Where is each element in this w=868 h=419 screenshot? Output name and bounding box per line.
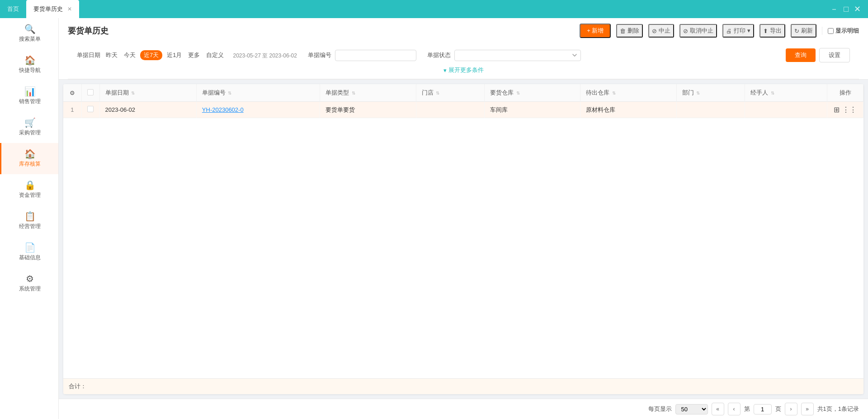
date-today[interactable]: 今天 [122,50,137,60]
delete-icon: 🗑 [620,28,626,34]
filter-status-group: 单据状态 [427,50,581,61]
cancel-stop-button[interactable]: ⊘ 取消中止 [679,24,717,38]
row-store [416,102,484,118]
docno-input[interactable] [335,50,416,61]
sort-doc-no-icon[interactable]: ⇅ [228,90,231,95]
print-button[interactable]: 🖨 打印 ▾ [722,24,754,38]
sidebar-item-system[interactable]: ⚙ 系统管理 [0,268,58,299]
sort-store-icon[interactable]: ⇅ [436,90,439,95]
per-page-select[interactable]: 20 50 100 200 [675,404,708,414]
sidebar-item-basic-info[interactable]: 📄 基础信息 [0,237,58,268]
row-action: ⊞ ⋮⋮ [827,102,863,118]
next-page-btn[interactable]: › [785,403,797,415]
sidebar-item-inventory-label: 库存核算 [19,160,41,168]
date-range-text: 2023-05-27 至 2023-06-02 [233,52,297,60]
display-detail-toggle[interactable]: 显示明细 [828,27,859,35]
sort-req-wh-icon[interactable]: ⇅ [516,90,520,95]
row-req-warehouse: 车间库 [485,102,580,118]
sidebar-item-system-label: 系统管理 [19,285,41,293]
sidebar-item-sales[interactable]: 📊 销售管理 [0,81,58,112]
table-head: ⚙ 单据日期 ⇅ 单据编号 ⇅ [63,84,863,102]
toolbar: + 新增 🗑 删除 ⊘ 中止 ⊘ 取消中止 🖨 打 [580,24,859,38]
settings-button[interactable]: 设置 [819,48,850,62]
sidebar-item-search-menu[interactable]: 🔍 搜索菜单 [0,18,58,49]
tab-requisition-label: 要货单历史 [33,5,63,13]
tab-close-icon[interactable]: ✕ [67,6,72,12]
settings-gear-icon[interactable]: ⚙ [70,90,75,96]
sidebar-item-finance[interactable]: 🔒 资金管理 [0,174,58,205]
table-row: 1 2023-06-02 YH-20230602-0 要货单要货 车间库 原材料… [63,102,863,118]
status-select[interactable] [454,50,581,61]
tab-requisition-history[interactable]: 要货单历史 ✕ [26,0,79,18]
date-shortcuts: 昨天 今天 近7天 近1月 更多 自定义 [104,50,226,60]
row-checkbox-cell [81,102,99,118]
col-department: 部门 ⇅ [676,84,745,102]
expand-more-label: 展开更多条件 [448,66,484,74]
sort-pending-wh-icon[interactable]: ⇅ [612,90,616,95]
col-pending-warehouse: 待出仓库 ⇅ [580,84,676,102]
refresh-label: 刷新 [801,27,813,35]
tab-bar: 首页 要货单历史 ✕ [0,0,823,18]
stop-button[interactable]: ⊘ 中止 [648,24,674,38]
select-all-checkbox[interactable] [87,89,94,95]
sidebar-item-quick-nav[interactable]: 🏠 快捷导航 [0,49,58,81]
doc-no-link[interactable]: YH-20230602-0 [202,106,244,113]
expand-chevron-icon: ▾ [443,67,447,74]
page-input[interactable] [754,404,772,414]
prev-page-btn[interactable]: ‹ [728,403,741,415]
date-filter-label: 单据日期 [77,51,100,59]
row-checkbox[interactable] [87,106,94,112]
sidebar: 🔍 搜索菜单 🏠 快捷导航 📊 销售管理 🛒 采购管理 🏠 库存核算 🔒 资金管… [0,18,59,419]
row-doc-no: YH-20230602-0 [196,102,320,118]
first-page-btn[interactable]: « [712,403,724,415]
tab-home[interactable]: 首页 [0,0,26,18]
sort-dept-icon[interactable]: ⇅ [696,90,700,95]
expand-more[interactable]: ▾ 展开更多条件 [77,66,850,74]
date-last7[interactable]: 近7天 [140,50,162,60]
table-container: ⚙ 单据日期 ⇅ 单据编号 ⇅ [63,84,863,394]
print-label: 打印 ▾ [734,27,750,35]
date-more[interactable]: 更多 [186,50,202,60]
stop-label: 中止 [659,27,670,35]
minimize-icon[interactable]: － [830,4,838,14]
close-icon[interactable]: ✕ [854,4,861,14]
date-yesterday[interactable]: 昨天 [104,50,119,60]
system-icon: ⚙ [26,274,34,283]
stop-icon: ⊘ [652,28,657,34]
inventory-icon: 🏠 [24,149,36,158]
main-layout: 🔍 搜索菜单 🏠 快捷导航 📊 销售管理 🛒 采购管理 🏠 库存核算 🔒 资金管… [0,18,868,419]
operations-icon: 📋 [24,212,36,221]
status-label: 单据状态 [427,51,451,59]
toolbar-divider [822,27,822,35]
row-action-more-icon[interactable]: ⋮⋮ [842,105,857,114]
display-detail-label: 显示明细 [835,27,859,35]
last-page-btn[interactable]: » [801,403,814,415]
content-area: 要货单历史 + 新增 🗑 删除 ⊘ 中止 ⊘ 取消中止 [59,18,868,419]
sidebar-item-inventory[interactable]: 🏠 库存核算 [0,143,58,174]
query-button[interactable]: 查询 [786,48,816,62]
refresh-button[interactable]: ↻ 刷新 [791,24,816,38]
filter-date-group: 单据日期 昨天 今天 近7天 近1月 更多 自定义 2023-05-27 至 2… [77,50,297,60]
sidebar-item-purchase[interactable]: 🛒 采购管理 [0,112,58,143]
display-detail-checkbox[interactable] [828,28,834,34]
col-doc-date: 单据日期 ⇅ [99,84,196,102]
row-doc-type: 要货单要货 [320,102,416,118]
sidebar-item-search-label: 搜索菜单 [19,35,41,43]
maximize-icon[interactable]: □ [844,5,849,14]
sort-handler-icon[interactable]: ⇅ [771,90,774,95]
date-last-month[interactable]: 近1月 [165,50,184,60]
sort-doc-type-icon[interactable]: ⇅ [352,90,355,95]
add-button[interactable]: + 新增 [580,24,611,38]
row-doc-date: 2023-06-02 [99,102,196,118]
data-table: ⚙ 单据日期 ⇅ 单据编号 ⇅ [63,84,863,118]
delete-button[interactable]: 🗑 删除 [616,24,643,38]
export-button[interactable]: ⬆ 导出 [760,24,785,38]
row-action-view-icon[interactable]: ⊞ [834,105,840,114]
sidebar-item-quick-label: 快捷导航 [19,67,41,74]
sidebar-item-operations[interactable]: 📋 经营管理 [0,205,58,237]
sort-doc-date-icon[interactable]: ⇅ [131,90,135,95]
filter-row-1: 单据日期 昨天 今天 近7天 近1月 更多 自定义 2023-05-27 至 2… [77,48,850,62]
date-custom[interactable]: 自定义 [204,50,226,60]
row-handler [745,102,827,118]
sidebar-item-operations-label: 经营管理 [19,223,41,230]
